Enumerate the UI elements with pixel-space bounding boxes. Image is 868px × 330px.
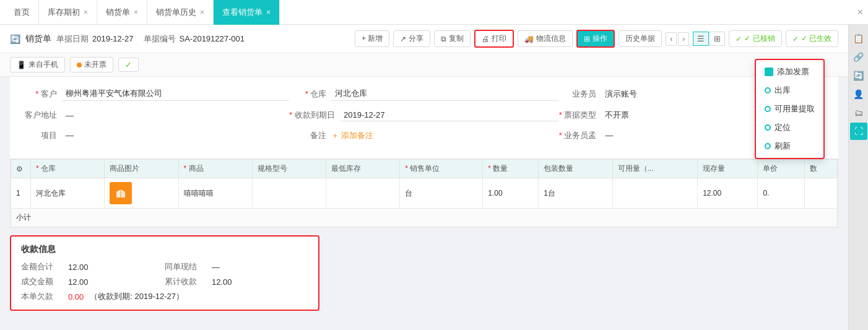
page-close-button[interactable]: ×	[857, 7, 863, 18]
address-field: 客户地址 —	[20, 110, 289, 121]
form-header: 🔄 销货单 单据日期 2019-12-27 单据编号 SA-20191227-0…	[0, 25, 848, 53]
th-spec: 规格型号	[252, 160, 326, 178]
table-row: 1 河北仓库	[11, 178, 838, 209]
operations-button[interactable]: ⊞ 操作	[576, 30, 615, 48]
dropdown-available-extract[interactable]: 可用量提取	[756, 100, 823, 118]
total-amount-value: 12.00	[68, 263, 89, 272]
tab-close-sales[interactable]: ×	[134, 8, 138, 17]
from-mobile-button[interactable]: 📱 来自手机	[10, 57, 65, 72]
sidebar-icon-doc[interactable]: 📋	[850, 30, 867, 47]
new-button[interactable]: + 新增	[355, 30, 389, 47]
dropdown-outbound[interactable]: 出库	[756, 81, 823, 100]
th-unit: * 销售单位	[400, 160, 483, 178]
copy-icon: ⧉	[441, 35, 446, 43]
th-image: 商品图片	[105, 160, 178, 178]
tab-sales-history[interactable]: 销货单历史 ×	[147, 0, 214, 25]
add-invoice-icon	[765, 67, 773, 76]
dropdown-refresh[interactable]: 刷新	[756, 137, 823, 155]
cancelled-button[interactable]: ✓ ✓ 已核销	[729, 30, 781, 47]
tab-close-inventory[interactable]: ×	[84, 8, 88, 17]
summary-total-amount: 金额合计 12.00	[21, 261, 165, 272]
td-min-stock	[326, 178, 400, 209]
toolbar-right: + 新增 ↗ 分享 ⧉ 复制 🖨 打印 🚚 物流信息	[355, 30, 838, 48]
form-row-1: 客户 柳州粤港平安气体有限公司 仓库 河北仓库 业务员 演示账号	[20, 87, 828, 101]
action-row: 📱 来自手机 未开票 ✓	[0, 53, 848, 77]
tab-home[interactable]: 首页	[5, 0, 39, 25]
add-note-button[interactable]: ＋ 添加备注	[331, 130, 373, 141]
available-extract-icon	[765, 106, 771, 112]
form-date-value: 2019-12-27	[92, 34, 134, 43]
data-table: ⚙ * 仓库 商品图片 * 商品 规格型号 最低库存 * 销售单位 * 数量 包…	[11, 159, 838, 227]
tab-close-view-sales[interactable]: ×	[266, 8, 271, 17]
logistics-button[interactable]: 🚚 物流信息	[518, 30, 573, 47]
th-settings[interactable]: ⚙	[11, 160, 31, 178]
form-no-field: 单据编号 SA-20191227-001	[144, 33, 245, 45]
th-min-stock: 最低库存	[326, 160, 400, 178]
td-unit: 台	[400, 178, 483, 209]
form-row-3: 项目 — 备注 ＋ 添加备注 业务员孟 —	[20, 129, 828, 141]
dropdown-locate[interactable]: 定位	[756, 118, 823, 137]
th-qty: * 数量	[483, 160, 539, 178]
warehouse-value[interactable]: 河北仓库	[331, 87, 558, 101]
td-pack-qty: 1台	[539, 178, 612, 209]
view-toggle: ☰ ⊞	[693, 32, 725, 46]
form-icon: 🔄	[10, 34, 20, 44]
tab-view-sales[interactable]: 查看销货单 ×	[214, 0, 280, 25]
td-amount	[804, 178, 837, 209]
sidebar-icon-user[interactable]: 👤	[850, 85, 867, 103]
th-available: 可用量（...	[612, 160, 698, 178]
note-label: 备注	[289, 130, 326, 141]
customer-value[interactable]: 柳州粤港平安气体有限公司	[62, 87, 289, 101]
grid-view-button[interactable]: ⊞	[710, 32, 725, 46]
sidebar-icon-archive[interactable]: 🗂	[850, 104, 867, 121]
not-open-dot-icon	[77, 63, 82, 67]
copy-button[interactable]: ⧉ 复制	[434, 30, 471, 47]
page-container: 首页 库存期初 × 销货单 × 销货单历史 × 查看销货单 × × 🔄 销货单	[0, 0, 868, 330]
td-available	[612, 178, 698, 209]
dropdown-add-invoice[interactable]: 添加发票	[756, 63, 823, 81]
td-warehouse: 河北仓库	[31, 178, 105, 209]
warehouse-field: 仓库 河北仓库	[289, 87, 558, 101]
tab-inventory[interactable]: 库存期初 ×	[39, 0, 97, 25]
project-field: 项目 —	[20, 129, 289, 141]
confirm-button[interactable]: ✓	[118, 58, 139, 72]
scrollable-area: 客户 柳州粤港平安气体有限公司 仓库 河北仓库 业务员 演示账号 客户地址	[0, 77, 848, 330]
history-button[interactable]: 历史单据	[618, 30, 662, 47]
tab-close-sales-history[interactable]: ×	[200, 8, 204, 17]
salesman-label: 业务员孟	[559, 130, 597, 141]
table-header-row: ⚙ * 仓库 商品图片 * 商品 规格型号 最低库存 * 销售单位 * 数量 包…	[11, 160, 838, 178]
not-open-button[interactable]: 未开票	[70, 57, 113, 72]
print-button[interactable]: 🖨 打印	[474, 30, 514, 48]
right-sidebar: 📋 🔗 🔄 👤 🗂 ⛶	[848, 25, 868, 330]
add-note-icon: ＋	[331, 130, 339, 141]
next-button[interactable]: ›	[678, 32, 689, 46]
summary-due: 本单欠款 0.00 （收款到期: 2019-12-27）	[21, 291, 308, 302]
logistics-icon: 🚚	[524, 35, 534, 43]
product-image	[110, 182, 132, 204]
sidebar-icon-refresh[interactable]: 🔄	[850, 67, 867, 84]
nav-arrows: ‹ ›	[666, 32, 689, 46]
subtotal-label: 小计	[11, 209, 838, 227]
address-value: —	[62, 110, 289, 121]
sidebar-icon-expand[interactable]: ⛶	[850, 123, 867, 140]
prev-button[interactable]: ‹	[666, 32, 677, 46]
sidebar-icon-link[interactable]: 🔗	[850, 48, 867, 66]
share-icon: ↗	[400, 35, 406, 43]
th-amount: 数	[804, 160, 837, 178]
dropdown-refresh-icon	[765, 143, 771, 149]
confirm-check-icon: ✓	[125, 60, 132, 69]
td-price: 0.	[758, 178, 804, 209]
same-order-value: —	[212, 263, 220, 272]
th-product: * 商品	[178, 160, 252, 178]
payment-date-value[interactable]: 2019-12-27	[340, 109, 559, 121]
share-button[interactable]: ↗ 分享	[393, 30, 430, 47]
this-order-due-value: 0.00	[68, 292, 84, 302]
summary-box: 收款信息 金额合计 12.00 同单现结 — 成交金额 12.00	[10, 235, 319, 311]
summary-grid: 金额合计 12.00 同单现结 — 成交金额 12.00 累计收款 12.00	[21, 261, 308, 302]
tab-sales[interactable]: 销货单 ×	[97, 0, 147, 25]
summary-cumulative: 累计收款 12.00	[165, 276, 308, 287]
operations-dropdown: 添加发票 出库 可用量提取 定位 刷新	[755, 59, 825, 159]
th-current-stock: 现存量	[698, 160, 758, 178]
list-view-button[interactable]: ☰	[693, 32, 709, 46]
effective-button[interactable]: ✓ ✓ 已生效	[786, 30, 838, 47]
